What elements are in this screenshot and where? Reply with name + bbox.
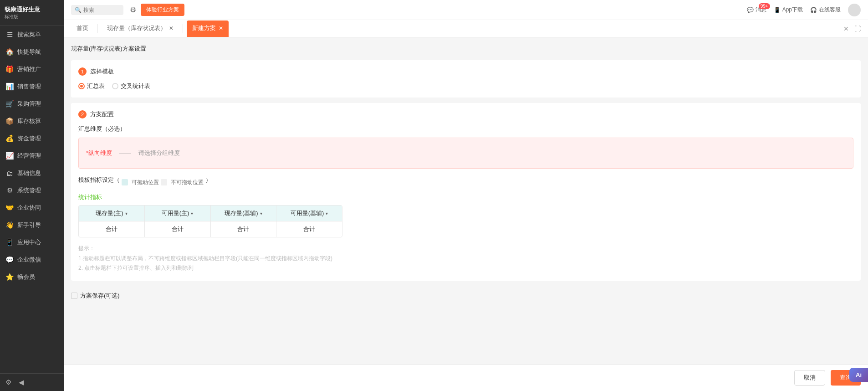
chevron-down-icon-2: ▾ xyxy=(260,211,262,216)
sidebar-item-icon-1: 🏠 xyxy=(5,48,14,56)
topbar-search[interactable]: 🔍 xyxy=(71,5,123,15)
tab-expand-btn[interactable]: ✕ ⛶ xyxy=(843,25,861,32)
tab-separator-1 xyxy=(97,24,98,33)
stats-header-cell-2[interactable]: 现存量(基辅)▾ xyxy=(211,206,277,221)
online-service-btn[interactable]: 🎧 在线客服 xyxy=(810,6,841,14)
sidebar-item-label-8: 基础信息 xyxy=(17,169,41,177)
search-icon: 🔍 xyxy=(75,7,82,13)
stats-header-cell-3[interactable]: 可用量(基辅)▾ xyxy=(276,206,342,221)
metrics-setting-row: 模板指标设定（ 可拖动位置 不可拖动位置 ） xyxy=(78,176,853,189)
tab-inventory-close-icon[interactable]: ✕ xyxy=(169,25,174,31)
save-option: 方案保存(可选) xyxy=(71,286,861,305)
tab-new-plan[interactable]: 新建方案 ✕ xyxy=(187,21,229,37)
stats-header-cell-0[interactable]: 现存量(主)▾ xyxy=(79,206,145,221)
step1-title: 选择模板 xyxy=(90,67,114,76)
sidebar-item-icon-2: 🎁 xyxy=(5,65,14,73)
message-badge: 99+ xyxy=(759,3,770,9)
sidebar-item-4[interactable]: 🛒采购管理 xyxy=(0,95,64,113)
sidebar-item-10[interactable]: 🤝企业协同 xyxy=(0,199,64,216)
sidebar-item-label-12: 应用中心 xyxy=(17,238,41,247)
radio-summary-label: 汇总表 xyxy=(87,82,105,90)
tab-separator-2 xyxy=(183,24,183,33)
sidebar-item-icon-3: 📊 xyxy=(5,82,14,91)
footer: 取消 查询 xyxy=(64,364,868,391)
sidebar-item-icon-14: ⭐ xyxy=(5,273,14,281)
sidebar-item-7[interactable]: 📈经营管理 xyxy=(0,147,64,165)
sidebar-item-13[interactable]: 💬企业微信 xyxy=(0,251,64,268)
step2-section: 2 方案配置 汇总维度（必选） *纵向维度 —— 请选择分组维度 模板指标设定（… xyxy=(71,103,861,281)
sidebar-item-icon-11: 👋 xyxy=(5,221,14,229)
ai-button[interactable]: Ai xyxy=(849,368,868,382)
stats-header-label-3: 可用量(基辅) xyxy=(291,209,324,217)
stats-data-cell-0: 合计 xyxy=(79,221,145,237)
chevron-down-icon-3: ▾ xyxy=(326,211,328,216)
sidebar-item-label-13: 企业微信 xyxy=(17,256,41,264)
stats-section-label: 统计指标 xyxy=(78,193,853,201)
message-btn[interactable]: 💬 消息 99+ xyxy=(747,6,766,14)
stats-data-cell-1: 合计 xyxy=(145,221,211,237)
sidebar-item-6[interactable]: 💰资金管理 xyxy=(0,130,64,147)
main-content: 现存量(库存状况表)方案设置 1 选择模板 汇总表 交叉统计表 xyxy=(64,37,868,391)
sidebar-item-12[interactable]: 📱应用中心 xyxy=(0,234,64,251)
tips-section: 提示： 1.拖动标题栏可以调整布局，不可跨维度或指标区域拖动栏目字段(只能在同一… xyxy=(78,245,853,273)
sidebar-item-label-6: 资金管理 xyxy=(17,134,41,143)
gear-icon[interactable]: ⚙ xyxy=(130,5,136,14)
radio-cross[interactable]: 交叉统计表 xyxy=(112,82,150,90)
dim-placeholder: 请选择分组维度 xyxy=(138,149,180,157)
sidebar-footer: ⚙ ◀ xyxy=(0,373,64,391)
stats-header-cell-1[interactable]: 可用量(主)▾ xyxy=(145,206,211,221)
cancel-button[interactable]: 取消 xyxy=(794,370,825,386)
step1-header: 1 选择模板 xyxy=(78,67,853,76)
app-download-btn[interactable]: 📱 App下载 xyxy=(774,6,803,14)
topbar-right: 💬 消息 99+ 📱 App下载 🎧 在线客服 xyxy=(747,4,861,16)
sidebar-item-icon-8: 🗂 xyxy=(5,170,14,177)
phone-icon: 📱 xyxy=(774,7,781,13)
sidebar-item-label-3: 销售管理 xyxy=(17,82,41,91)
search-input[interactable] xyxy=(83,7,120,13)
radio-cross-circle xyxy=(112,83,118,89)
sidebar-item-label-1: 快捷导航 xyxy=(17,48,41,56)
tab-inventory[interactable]: 现存量（库存状况表） ✕ xyxy=(102,21,179,37)
sidebar-item-8[interactable]: 🗂基础信息 xyxy=(0,165,64,182)
sidebar-item-1[interactable]: 🏠快捷导航 xyxy=(0,43,64,61)
sidebar-item-9[interactable]: ⚙系统管理 xyxy=(0,182,64,199)
vertical-dim-label: *纵向维度 xyxy=(86,149,112,157)
message-icon: 💬 xyxy=(747,7,754,13)
stats-header-row: 现存量(主)▾可用量(主)▾现存量(基辅)▾可用量(基辅)▾ xyxy=(79,206,342,221)
headset-icon: 🎧 xyxy=(810,7,817,13)
sidebar-item-14[interactable]: ⭐畅会员 xyxy=(0,268,64,286)
tab-new-plan-close-icon[interactable]: ✕ xyxy=(219,25,223,31)
sidebar-item-label-14: 畅会员 xyxy=(17,273,35,281)
sidebar-item-label-11: 新手引导 xyxy=(17,221,41,229)
sidebar-item-label-4: 采购管理 xyxy=(17,100,41,108)
radio-cross-label: 交叉统计表 xyxy=(121,82,150,90)
trial-btn[interactable]: 体验行业方案 xyxy=(141,4,184,16)
save-checkbox[interactable] xyxy=(71,293,77,299)
tab-home-label: 首页 xyxy=(77,24,88,32)
user-avatar[interactable] xyxy=(848,4,861,16)
radio-summary[interactable]: 汇总表 xyxy=(78,82,105,90)
sidebar-item-icon-5: 📦 xyxy=(5,117,14,125)
dimension-label: 汇总维度（必选） xyxy=(78,125,853,133)
tab-home[interactable]: 首页 xyxy=(71,21,94,37)
sidebar-item-0[interactable]: ☰搜索菜单 xyxy=(0,26,64,43)
non-draggable-indicator xyxy=(161,179,167,185)
sidebar-item-5[interactable]: 📦库存核算 xyxy=(0,113,64,130)
stats-header-label-2: 现存量(基辅) xyxy=(225,209,258,217)
tab-new-plan-label: 新建方案 xyxy=(192,24,216,32)
stats-section: 统计指标 现存量(主)▾可用量(主)▾现存量(基辅)▾可用量(基辅)▾ 合计合计… xyxy=(78,193,853,237)
step1-badge: 1 xyxy=(78,67,87,76)
step2-title: 方案配置 xyxy=(90,110,114,118)
tabs-bar: 首页 现存量（库存状况表） ✕ 新建方案 ✕ ✕ ⛶ xyxy=(64,20,868,37)
sidebar-item-2[interactable]: 🎁营销推广 xyxy=(0,61,64,78)
sidebar-item-3[interactable]: 📊销售管理 xyxy=(0,78,64,95)
sidebar-item-11[interactable]: 👋新手引导 xyxy=(0,216,64,234)
sidebar-item-icon-9: ⚙ xyxy=(5,186,14,195)
stats-data-cell-3: 合计 xyxy=(276,221,342,237)
step2-header: 2 方案配置 xyxy=(78,110,853,118)
sidebar-item-icon-6: 💰 xyxy=(5,134,14,143)
sidebar-settings-icon[interactable]: ⚙ xyxy=(5,378,11,386)
content-area: 现存量(库存状况表)方案设置 1 选择模板 汇总表 交叉统计表 xyxy=(64,37,868,364)
tip-item-0: 1.拖动标题栏可以调整布局，不可跨维度或指标区域拖动栏目字段(只能在同一维度或指… xyxy=(78,254,853,263)
sidebar-collapse-icon[interactable]: ◀ xyxy=(19,378,24,386)
